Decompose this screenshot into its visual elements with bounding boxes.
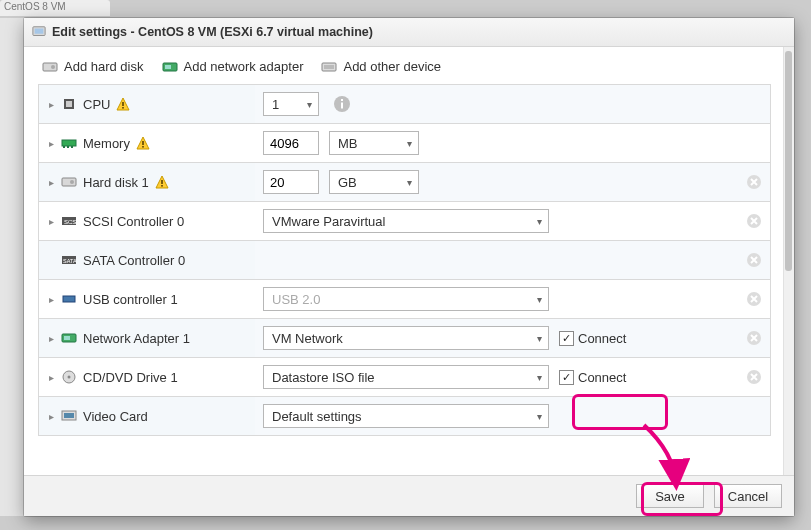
- cpu-count-value: 1: [272, 97, 279, 112]
- svg-rect-35: [63, 296, 75, 302]
- cd1-source-select[interactable]: Datastore ISO file ▾: [263, 365, 549, 389]
- scrollbar[interactable]: [783, 47, 794, 475]
- svg-rect-21: [142, 141, 144, 145]
- svg-rect-44: [64, 413, 74, 418]
- cd1-connect-checkbox[interactable]: ✓: [559, 370, 574, 385]
- memory-unit-value: MB: [338, 136, 358, 151]
- dialog-footer: Save Cancel: [24, 475, 794, 516]
- add-hard-disk-button[interactable]: Add hard disk: [42, 59, 144, 74]
- chevron-down-icon: ▾: [407, 177, 412, 188]
- edit-settings-dialog: Edit settings - CentOS 8 VM (ESXi 6.7 vi…: [24, 18, 794, 516]
- usb-icon: [61, 292, 77, 306]
- cd1-connect-wrap: ✓ Connect: [559, 370, 626, 385]
- video-label: Video Card: [83, 409, 148, 424]
- add-other-device-label: Add other device: [343, 59, 441, 74]
- disk1-size-input[interactable]: [263, 170, 319, 194]
- nic1-label: Network Adapter 1: [83, 331, 190, 346]
- expand-scsi0[interactable]: ▸: [49, 216, 55, 227]
- disk1-label: Hard disk 1: [83, 175, 149, 190]
- remove-usb1-button[interactable]: [746, 291, 762, 307]
- scrollbar-thumb[interactable]: [785, 51, 792, 271]
- expand-cpu[interactable]: ▸: [49, 99, 55, 110]
- cpu-label: CPU: [83, 97, 110, 112]
- hard-disk-icon: [61, 175, 77, 189]
- expand-nic1[interactable]: ▸: [49, 333, 55, 344]
- row-cpu: ▸ CPU 1 ▾: [39, 85, 770, 124]
- remove-scsi0-button[interactable]: [746, 213, 762, 229]
- svg-rect-38: [64, 336, 70, 340]
- row-nic-1: ▸ Network Adapter 1 VM Network ▾: [39, 319, 770, 358]
- dialog-title-text: Edit settings - CentOS 8 VM (ESXi 6.7 vi…: [52, 25, 373, 39]
- expand-usb1[interactable]: ▸: [49, 294, 55, 305]
- usb1-type-value: USB 2.0: [272, 292, 320, 307]
- svg-rect-27: [161, 185, 163, 187]
- cancel-button[interactable]: Cancel: [714, 484, 782, 508]
- add-other-device-button[interactable]: Add other device: [321, 59, 441, 74]
- add-hardware-toolbar: Add hard disk Add network adapter Add ot…: [38, 57, 769, 84]
- cpu-count-select[interactable]: 1 ▾: [263, 92, 319, 116]
- svg-rect-12: [123, 107, 125, 109]
- svg-text:SCSI: SCSI: [64, 219, 77, 225]
- vm-icon: [32, 25, 46, 39]
- svg-rect-1: [35, 29, 44, 34]
- svg-rect-15: [341, 99, 343, 101]
- warning-icon: [116, 97, 130, 111]
- nic1-network-value: VM Network: [272, 331, 343, 346]
- chevron-down-icon: ▾: [537, 216, 542, 227]
- nic1-connect-checkbox[interactable]: ✓: [559, 331, 574, 346]
- svg-rect-9: [66, 101, 72, 107]
- save-button[interactable]: Save: [636, 484, 704, 508]
- pci-icon: [321, 60, 337, 74]
- expand-disk1[interactable]: ▸: [49, 177, 55, 188]
- chevron-down-icon: ▾: [537, 294, 542, 305]
- video-settings-select[interactable]: Default settings ▾: [263, 404, 549, 428]
- nic1-network-select[interactable]: VM Network ▾: [263, 326, 549, 350]
- row-video: ▸ Video Card Default settings ▾: [39, 397, 770, 436]
- svg-rect-26: [161, 180, 163, 184]
- expand-video[interactable]: ▸: [49, 411, 55, 422]
- nic-icon: [162, 60, 178, 74]
- memory-label: Memory: [83, 136, 130, 151]
- svg-text:SATA: SATA: [63, 258, 77, 264]
- nic-icon: [61, 331, 77, 345]
- row-hard-disk-1: ▸ Hard disk 1 GB: [39, 163, 770, 202]
- remove-nic1-button[interactable]: [746, 330, 762, 346]
- expand-cd1[interactable]: ▸: [49, 372, 55, 383]
- memory-icon: [61, 136, 77, 150]
- svg-point-24: [70, 180, 74, 184]
- svg-rect-19: [71, 146, 73, 148]
- video-settings-value: Default settings: [272, 409, 362, 424]
- svg-rect-18: [67, 146, 69, 148]
- nic1-connect-label: Connect: [578, 331, 626, 346]
- remove-sata0-button[interactable]: [746, 252, 762, 268]
- scsi0-type-value: VMware Paravirtual: [272, 214, 385, 229]
- remove-disk1-button[interactable]: [746, 174, 762, 190]
- warning-icon: [155, 175, 169, 189]
- expand-memory[interactable]: ▸: [49, 138, 55, 149]
- scsi-icon: SCSI: [61, 214, 77, 228]
- usb1-type-select[interactable]: USB 2.0 ▾: [263, 287, 549, 311]
- usb1-label: USB controller 1: [83, 292, 178, 307]
- svg-rect-11: [123, 102, 125, 106]
- nic1-connect-wrap: ✓ Connect: [559, 331, 626, 346]
- chevron-down-icon: ▾: [407, 138, 412, 149]
- svg-rect-7: [324, 65, 334, 69]
- cd1-source-value: Datastore ISO file: [272, 370, 375, 385]
- background-tab: CentOS 8 VM: [0, 0, 110, 16]
- info-icon[interactable]: [333, 95, 351, 113]
- svg-rect-14: [341, 103, 343, 109]
- remove-cd1-button[interactable]: [746, 369, 762, 385]
- svg-point-3: [51, 65, 55, 69]
- sata0-label: SATA Controller 0: [83, 253, 185, 268]
- add-network-adapter-button[interactable]: Add network adapter: [162, 59, 304, 74]
- svg-rect-22: [142, 146, 144, 148]
- disk1-unit-select[interactable]: GB ▾: [329, 170, 419, 194]
- row-usb-1: ▸ USB controller 1 USB 2.0 ▾: [39, 280, 770, 319]
- hard-disk-icon: [42, 60, 58, 74]
- memory-input[interactable]: [263, 131, 319, 155]
- virtual-hardware-table: ▸ CPU 1 ▾: [38, 84, 771, 436]
- memory-unit-select[interactable]: MB ▾: [329, 131, 419, 155]
- cd-icon: [61, 370, 77, 384]
- scsi0-type-select[interactable]: VMware Paravirtual ▾: [263, 209, 549, 233]
- dialog-titlebar: Edit settings - CentOS 8 VM (ESXi 6.7 vi…: [24, 18, 794, 47]
